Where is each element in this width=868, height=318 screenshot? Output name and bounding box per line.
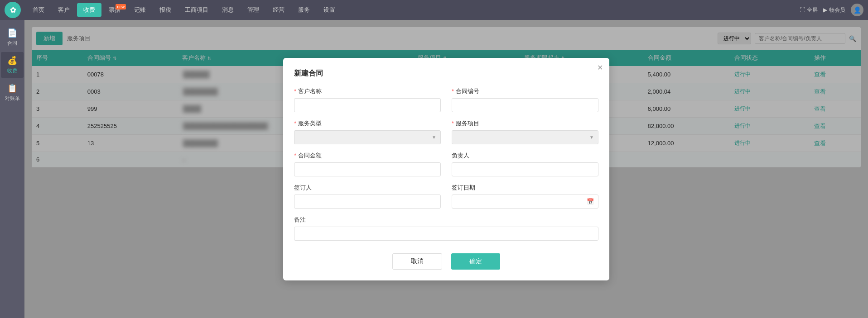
fullscreen-label: 全屏 xyxy=(807,6,818,14)
field-amount: 合同金额 0.00 xyxy=(294,152,441,176)
vip-button[interactable]: ▶ 畅会员 xyxy=(823,6,845,14)
nav-service[interactable]: 服务 xyxy=(292,3,316,17)
service-item-wrapper xyxy=(452,130,598,144)
service-type-wrapper xyxy=(294,130,441,144)
select-service-item[interactable] xyxy=(452,130,598,144)
field-signer: 签订人 xyxy=(294,184,441,209)
label-remark: 备注 xyxy=(294,216,598,224)
label-customer-name: 客户名称 xyxy=(294,87,441,95)
nav-settings[interactable]: 设置 xyxy=(317,3,342,17)
content-area: 新增 服务项目 进行中 已完成 已终止 🔍 序号 合同编号⇅ xyxy=(24,20,868,318)
input-sign-date[interactable]: 2023-06-06 xyxy=(452,195,598,209)
field-person-in-charge: 负责人 xyxy=(452,152,598,176)
label-person-in-charge: 负责人 xyxy=(452,152,598,160)
main-layout: 📄 合同 💰 收费 📋 对账单 新增 服务项目 进行中 已完成 已终止 xyxy=(0,20,868,318)
field-sign-date: 签订日期 2023-06-06 📅 xyxy=(452,184,598,209)
nav-right: ⛶ 全屏 ▶ 畅会员 👤 xyxy=(800,4,863,16)
sidebar-item-label-statement: 对账单 xyxy=(5,95,20,102)
label-amount: 合同金额 xyxy=(294,152,441,160)
confirm-button[interactable]: 确定 xyxy=(451,253,500,270)
nav-bookkeeping[interactable]: 记账 xyxy=(128,3,152,17)
play-icon: ▶ xyxy=(823,7,827,13)
top-nav: ✿ 首页 客户 收费 票据 new 记账 报税 工商项目 消息 管理 经营 服务… xyxy=(0,0,868,20)
modal-overlay: ✕ 新建合同 客户名称 合同编号 服务类型 xyxy=(24,20,868,318)
label-service-item: 服务项目 xyxy=(452,119,598,128)
modal-footer: 取消 确定 xyxy=(294,253,598,270)
sidebar-item-label-billing: 收费 xyxy=(7,67,17,74)
select-service-type[interactable] xyxy=(294,130,441,144)
fullscreen-icon: ⛶ xyxy=(800,7,805,13)
logo-icon: ✿ xyxy=(10,6,16,14)
input-signer[interactable] xyxy=(294,195,441,209)
modal-form: 客户名称 合同编号 服务类型 服务项目 xyxy=(294,87,598,241)
avatar[interactable]: 👤 xyxy=(851,4,863,16)
sidebar-item-label-contract: 合同 xyxy=(7,40,17,47)
label-signer: 签订人 xyxy=(294,184,441,192)
vip-label: 畅会员 xyxy=(829,6,845,14)
modal-close-button[interactable]: ✕ xyxy=(597,63,603,72)
calendar-icon[interactable]: 📅 xyxy=(587,198,594,205)
field-remark: 备注 xyxy=(294,216,598,241)
modal-title: 新建合同 xyxy=(294,69,598,78)
date-wrapper: 2023-06-06 📅 xyxy=(452,195,598,209)
nav-biz[interactable]: 工商项目 xyxy=(178,3,215,17)
sidebar-item-billing[interactable]: 💰 收费 xyxy=(1,52,24,78)
nav-items: 首页 客户 收费 票据 new 记账 报税 工商项目 消息 管理 经营 服务 设… xyxy=(26,3,800,17)
input-person-in-charge[interactable] xyxy=(452,162,598,176)
input-remark[interactable] xyxy=(294,227,598,241)
sidebar-item-contract[interactable]: 📄 合同 xyxy=(1,24,24,50)
nav-tax[interactable]: 报税 xyxy=(153,3,178,17)
field-service-type: 服务类型 xyxy=(294,119,441,144)
field-customer-name: 客户名称 xyxy=(294,87,441,112)
input-amount[interactable]: 0.00 xyxy=(294,162,441,176)
statement-icon: 📋 xyxy=(7,83,17,93)
field-contract-no: 合同编号 xyxy=(452,87,598,112)
input-contract-no[interactable] xyxy=(452,98,598,112)
nav-invoice[interactable]: 票据 new xyxy=(102,3,127,17)
nav-customer[interactable]: 客户 xyxy=(52,3,76,17)
new-badge: new xyxy=(116,4,126,9)
fullscreen-button[interactable]: ⛶ 全屏 xyxy=(800,6,818,14)
label-service-type: 服务类型 xyxy=(294,119,441,128)
field-service-item: 服务项目 xyxy=(452,119,598,144)
label-sign-date: 签订日期 xyxy=(452,184,598,192)
sidebar-item-statement[interactable]: 📋 对账单 xyxy=(1,80,24,105)
nav-billing[interactable]: 收费 xyxy=(77,3,101,17)
nav-operation[interactable]: 经营 xyxy=(266,3,291,17)
nav-message[interactable]: 消息 xyxy=(216,3,240,17)
left-sidebar: 📄 合同 💰 收费 📋 对账单 xyxy=(0,20,24,318)
label-contract-no: 合同编号 xyxy=(452,87,598,95)
contract-icon: 📄 xyxy=(7,28,17,38)
billing-icon: 💰 xyxy=(7,56,17,66)
nav-home[interactable]: 首页 xyxy=(26,3,51,17)
nav-manage[interactable]: 管理 xyxy=(241,3,265,17)
input-customer-name[interactable] xyxy=(294,98,441,112)
new-contract-modal: ✕ 新建合同 客户名称 合同编号 服务类型 xyxy=(283,58,609,280)
cancel-button[interactable]: 取消 xyxy=(392,253,442,270)
app-logo: ✿ xyxy=(5,2,21,18)
